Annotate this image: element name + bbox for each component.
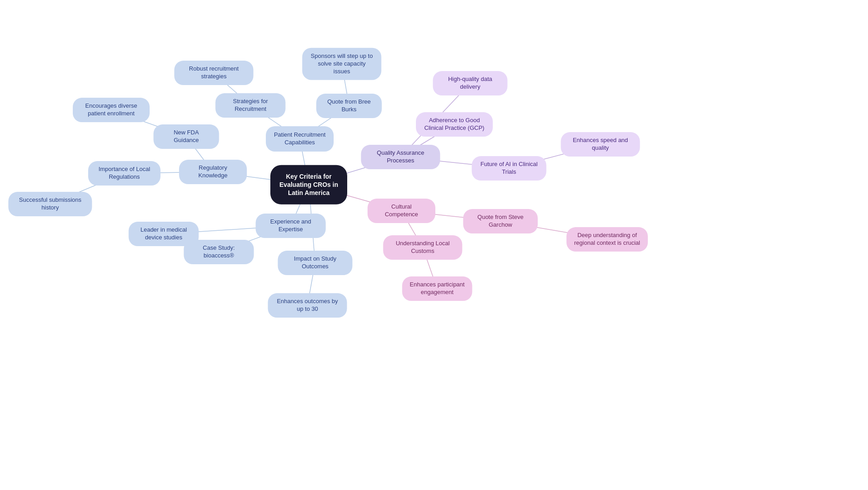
- node-label-understanding-local-customs: Understanding Local Customs: [391, 240, 455, 255]
- node-label-strategies-recruitment: Strategies for Recruitment: [223, 98, 278, 113]
- node-impact-study-outcomes[interactable]: Impact on Study Outcomes: [278, 251, 353, 275]
- node-label-leader-medical-device: Leader in medical device studies: [136, 226, 192, 242]
- node-label-high-quality-data: High-quality data delivery: [440, 76, 500, 91]
- node-high-quality-data[interactable]: High-quality data delivery: [433, 71, 508, 95]
- node-label-sponsors-step-up: Sponsors will step up to solve site capa…: [310, 52, 374, 76]
- node-label-importance-local-regulations: Importance of Local Regulations: [95, 166, 153, 181]
- node-patient-recruitment[interactable]: Patient Recruitment Capabilities: [266, 126, 334, 152]
- node-label-experience-expertise: Experience and Expertise: [263, 218, 319, 233]
- mindmap-canvas: Key Criteria for Evaluating CROs in Lati…: [0, 0, 868, 490]
- node-center[interactable]: Key Criteria for Evaluating CROs in Lati…: [270, 165, 347, 205]
- node-quote-bree-burks[interactable]: Quote from Bree Burks: [316, 94, 382, 118]
- node-case-study-bioaccess[interactable]: Case Study: bioaccess®: [184, 240, 254, 264]
- node-deep-understanding[interactable]: Deep understanding of regional context i…: [566, 227, 648, 252]
- node-quote-steve-garchow[interactable]: Quote from Steve Garchow: [463, 209, 538, 233]
- node-label-adherence-gcp: Adherence to Good Clinical Practice (GCP…: [423, 117, 486, 132]
- node-label-successful-submissions: Successful submissions history: [16, 196, 85, 212]
- node-label-patient-recruitment: Patient Recruitment Capabilities: [273, 131, 326, 147]
- node-enhances-participant[interactable]: Enhances participant engagement: [402, 276, 472, 301]
- node-label-quality-assurance: Quality Assurance Processes: [368, 149, 433, 165]
- node-label-new-fda-guidance: New FDA Guidance: [161, 129, 212, 144]
- node-label-future-ai: Future of AI in Clinical Trials: [479, 161, 539, 176]
- node-label-enhances-speed-quality: Enhances speed and quality: [568, 137, 633, 152]
- node-adherence-gcp[interactable]: Adherence to Good Clinical Practice (GCP…: [416, 112, 493, 137]
- node-label-case-study-bioaccess: Case Study: bioaccess®: [191, 244, 247, 260]
- node-label-enhances-outcomes: Enhances outcomes by up to 30: [275, 298, 340, 313]
- node-cultural-competence[interactable]: Cultural Competence: [368, 199, 435, 223]
- node-future-ai[interactable]: Future of AI in Clinical Trials: [472, 156, 547, 181]
- node-understanding-local-customs[interactable]: Understanding Local Customs: [383, 235, 462, 260]
- node-label-robust-recruitment: Robust recruitment strategies: [182, 65, 246, 81]
- node-importance-local-regulations[interactable]: Importance of Local Regulations: [88, 161, 160, 186]
- node-label-regulatory-knowledge: Regulatory Knowledge: [186, 164, 240, 180]
- node-robust-recruitment[interactable]: Robust recruitment strategies: [175, 61, 254, 85]
- node-experience-expertise[interactable]: Experience and Expertise: [256, 214, 326, 238]
- node-strategies-recruitment[interactable]: Strategies for Recruitment: [216, 93, 286, 118]
- node-enhances-speed-quality[interactable]: Enhances speed and quality: [561, 132, 640, 157]
- node-label-enhances-participant: Enhances participant engagement: [410, 281, 465, 296]
- node-label-quote-steve-garchow: Quote from Steve Garchow: [471, 214, 531, 229]
- node-label-center: Key Criteria for Evaluating CROs in Lati…: [279, 172, 338, 197]
- node-label-deep-understanding: Deep understanding of regional context i…: [574, 232, 641, 247]
- node-encourages-diverse[interactable]: Encourages diverse patient enrollment: [73, 98, 150, 122]
- node-new-fda-guidance[interactable]: New FDA Guidance: [154, 124, 219, 149]
- node-sponsors-step-up[interactable]: Sponsors will step up to solve site capa…: [302, 48, 382, 80]
- node-quality-assurance[interactable]: Quality Assurance Processes: [361, 145, 440, 169]
- node-successful-submissions[interactable]: Successful submissions history: [9, 192, 92, 216]
- node-label-encourages-diverse: Encourages diverse patient enrollment: [80, 102, 142, 118]
- node-regulatory-knowledge[interactable]: Regulatory Knowledge: [179, 160, 247, 184]
- node-enhances-outcomes[interactable]: Enhances outcomes by up to 30: [268, 293, 347, 318]
- node-label-quote-bree-burks: Quote from Bree Burks: [324, 98, 375, 114]
- node-label-cultural-competence: Cultural Competence: [375, 203, 428, 219]
- node-label-impact-study-outcomes: Impact on Study Outcomes: [285, 255, 345, 271]
